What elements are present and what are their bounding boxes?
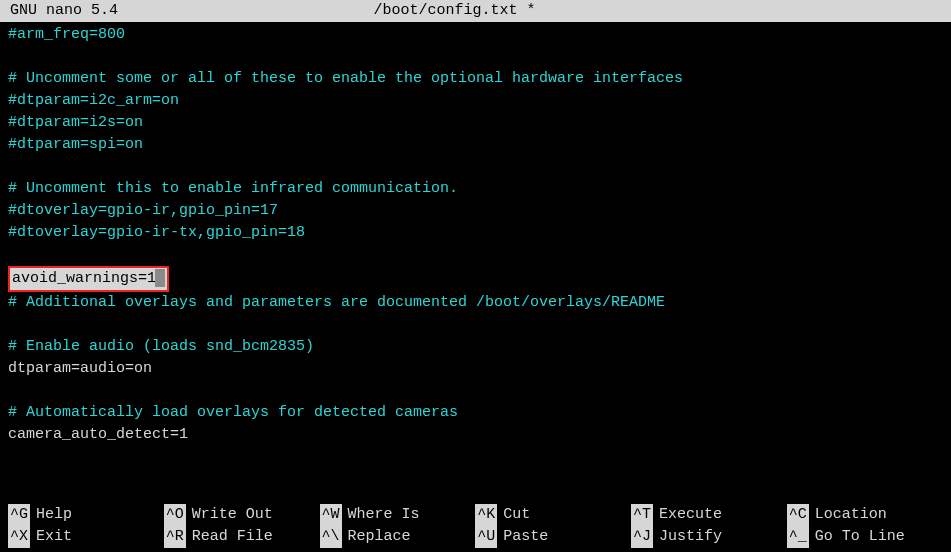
shortcut-read-file[interactable]: ^RRead File [164,526,320,548]
config-line: #dtoverlay=gpio-ir,gpio_pin=17 [8,200,943,222]
highlighted-line: avoid_warnings=1 [8,266,943,292]
shortcut-write-out[interactable]: ^OWrite Out [164,504,320,526]
config-line: # Enable audio (loads snd_bcm2835) [8,336,943,358]
config-line: # Uncomment some or all of these to enab… [8,68,943,90]
cursor [155,269,165,287]
config-line: #arm_freq=800 [8,24,943,46]
shortcut-row-1: ^GHelp ^OWrite Out ^WWhere Is ^KCut ^TEx… [8,504,943,526]
config-line: #dtparam=i2s=on [8,112,943,134]
shortcut-replace[interactable]: ^\Replace [320,526,476,548]
config-line: camera_auto_detect=1 [8,424,943,446]
config-line: # Uncomment this to enable infrared comm… [8,178,943,200]
shortcut-row-2: ^XExit ^RRead File ^\Replace ^UPaste ^JJ… [8,526,943,548]
shortcut-exit[interactable]: ^XExit [8,526,164,548]
config-line: #dtparam=i2c_arm=on [8,90,943,112]
config-line: #dtparam=spi=on [8,134,943,156]
config-line: # Automatically load overlays for detect… [8,402,943,424]
file-name: /boot/config.txt * [118,0,791,22]
shortcut-where-is[interactable]: ^WWhere Is [320,504,476,526]
shortcut-go-to-line[interactable]: ^_Go To Line [787,526,943,548]
edited-text: avoid_warnings=1 [8,266,169,292]
editor-content[interactable]: #arm_freq=800 # Uncomment some or all of… [0,22,951,448]
shortcut-justify[interactable]: ^JJustify [631,526,787,548]
shortcut-bar: ^GHelp ^OWrite Out ^WWhere Is ^KCut ^TEx… [0,504,951,548]
config-line: #dtoverlay=gpio-ir-tx,gpio_pin=18 [8,222,943,244]
app-name: GNU nano 5.4 [10,0,118,22]
shortcut-paste[interactable]: ^UPaste [475,526,631,548]
shortcut-execute[interactable]: ^TExecute [631,504,787,526]
shortcut-help[interactable]: ^GHelp [8,504,164,526]
shortcut-location[interactable]: ^CLocation [787,504,943,526]
title-bar: GNU nano 5.4 /boot/config.txt * [0,0,951,22]
shortcut-cut[interactable]: ^KCut [475,504,631,526]
config-line: dtparam=audio=on [8,358,943,380]
config-line: # Additional overlays and parameters are… [8,292,943,314]
